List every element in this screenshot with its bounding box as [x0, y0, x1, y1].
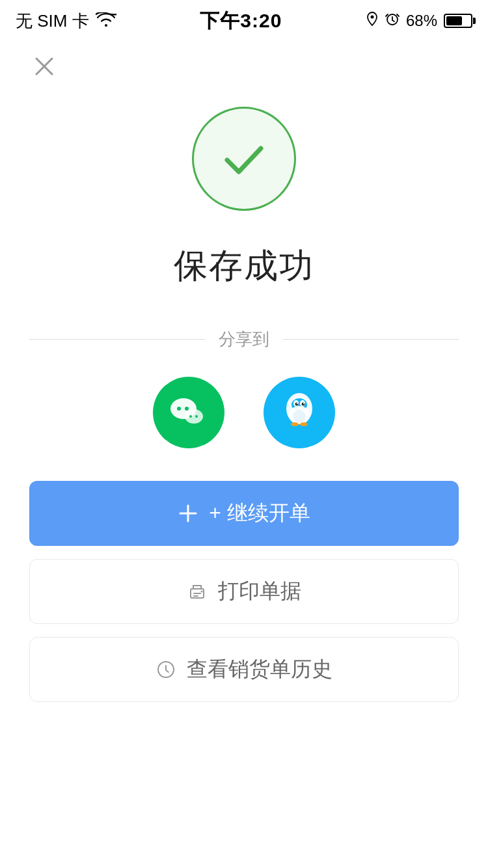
alarm-icon	[385, 12, 400, 30]
print-label: 打印单据	[218, 577, 301, 606]
svg-point-6	[185, 407, 189, 411]
success-icon-circle	[192, 107, 296, 211]
svg-rect-26	[193, 593, 201, 594]
success-title: 保存成功	[174, 243, 314, 289]
svg-point-8	[189, 415, 192, 418]
svg-point-9	[195, 415, 198, 418]
share-divider-row: 分享到	[29, 328, 459, 351]
svg-point-15	[302, 403, 305, 406]
svg-point-7	[185, 409, 203, 424]
svg-point-0	[370, 16, 373, 19]
qq-icon	[279, 390, 319, 435]
svg-point-5	[177, 407, 181, 411]
carrier-wifi: 无 SIM 卡	[16, 10, 116, 33]
share-label: 分享到	[219, 328, 269, 351]
continue-label: + 继续开单	[209, 499, 310, 528]
main-content: 保存成功 分享到	[0, 42, 488, 702]
status-right: 68%	[366, 12, 472, 30]
history-icon	[156, 659, 176, 680]
location-icon	[366, 12, 379, 30]
continue-button[interactable]: + 继续开单	[29, 481, 459, 546]
svg-point-22	[300, 422, 308, 426]
svg-rect-27	[193, 595, 198, 597]
time-display: 下午3:20	[200, 8, 282, 34]
wechat-icon	[169, 396, 208, 429]
svg-point-21	[291, 422, 299, 426]
share-icons-row	[153, 377, 335, 448]
wifi-icon	[96, 11, 116, 31]
share-section: 分享到	[0, 328, 488, 448]
divider-right	[282, 339, 459, 340]
print-button[interactable]: 打印单据	[29, 559, 459, 624]
qq-share-button[interactable]	[264, 377, 335, 448]
close-button[interactable]	[26, 48, 62, 85]
plus-icon	[178, 503, 198, 524]
action-buttons: + 继续开单 打印单据 查看销货单历史	[29, 481, 459, 702]
battery-percent: 68%	[406, 12, 437, 30]
carrier-text: 无 SIM 卡	[16, 10, 89, 33]
checkmark-icon	[218, 133, 270, 185]
battery-icon	[444, 14, 472, 28]
history-label: 查看销货单历史	[187, 655, 332, 684]
svg-point-20	[293, 410, 306, 423]
svg-point-28	[201, 591, 203, 593]
wechat-share-button[interactable]	[153, 377, 224, 448]
divider-left	[29, 339, 206, 340]
print-icon	[187, 581, 208, 602]
svg-point-16	[297, 403, 298, 404]
svg-point-14	[295, 403, 299, 406]
history-button[interactable]: 查看销货单历史	[29, 637, 459, 702]
svg-point-17	[303, 403, 305, 404]
status-bar: 无 SIM 卡 下午3:20 68%	[0, 0, 488, 42]
